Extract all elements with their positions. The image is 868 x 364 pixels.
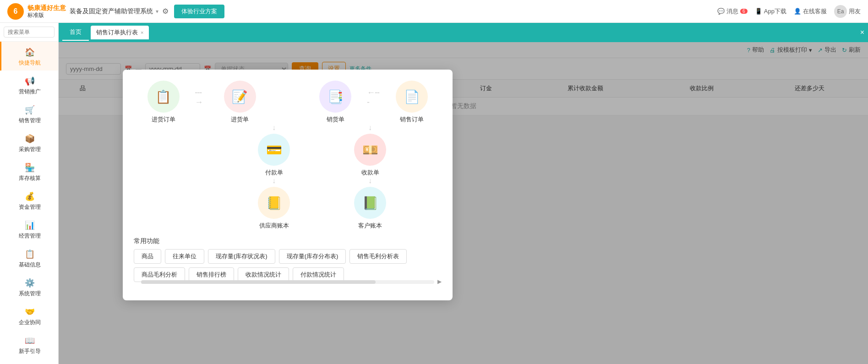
sidebar-label-purchase: 采购管理 [19, 146, 41, 153]
sidebar-label-operations: 经营管理 [19, 232, 41, 240]
customer-account-label: 客户账本 [358, 222, 382, 230]
sidebar-icon-enterprise: 🤝 [25, 307, 35, 317]
sidebar-item-marketing[interactable]: 📢营销推广 [0, 71, 58, 99]
arrow-sales: ← - - - [365, 88, 382, 107]
sidebar-search-area [0, 23, 58, 42]
flow-node-purchase-order: 📋 进货订单 [134, 81, 193, 124]
flow-node-receipt-bill: 💴 收款单 [340, 134, 400, 177]
sales-order-icon: 📄 [396, 81, 428, 113]
sidebar-item-basic[interactable]: 📋基础信息 [0, 244, 58, 272]
system-title: 装备及固定资产辅助管理系统 ▾ [70, 7, 158, 16]
sidebar-icon-operations: 📊 [25, 220, 35, 230]
logo-area: 6 畅康通好生意 标准版 [7, 3, 66, 20]
payment-bill-label: 付款单 [265, 168, 283, 177]
sidebar-label-system: 系统管理 [19, 290, 41, 298]
sidebar-label-guide: 新手引导 [19, 348, 41, 355]
scroll-right-arrow[interactable]: ▶ [437, 278, 442, 285]
supplier-account-label: 供应商账本 [259, 222, 289, 230]
sidebar-icon-basic: 📋 [25, 249, 35, 259]
sidebar-label-quick-nav: 快捷导航 [19, 59, 41, 67]
tab-item-0[interactable]: 销售订单执行表× [91, 26, 149, 39]
sidebar-icon-system: ⚙️ [25, 278, 35, 288]
sidebar-label-inventory: 库存核算 [19, 174, 41, 182]
purchase-order-icon: 📋 [147, 81, 180, 113]
arrow-purchase: - - - → [193, 88, 210, 107]
message-badge: 6 [740, 9, 748, 14]
common-function-button[interactable]: 往来单位 [165, 249, 204, 264]
tab-close-0[interactable]: × [141, 30, 143, 35]
sidebar-item-operations[interactable]: 📊经营管理 [0, 215, 58, 244]
sidebar-label-basic: 基础信息 [19, 261, 41, 269]
sidebar-icon-purchase: 📦 [25, 134, 35, 144]
receipt-bill-label: 收款单 [361, 168, 379, 177]
sidebar-icon-finance: 💰 [25, 191, 35, 201]
close-all-tabs-button[interactable]: × [860, 28, 864, 37]
customer-account-icon: 📗 [354, 187, 386, 219]
sales-order-label: 销售订单 [400, 115, 424, 124]
sidebar-icon-sales: 🛒 [25, 105, 35, 115]
chevron-down-icon[interactable]: ▾ [156, 8, 158, 15]
service-icon: 👤 [794, 8, 801, 15]
flow-node-supplier-account: 📒 供应商账本 [244, 187, 304, 230]
sidebar-label-marketing: 营销推广 [19, 88, 41, 96]
trial-button[interactable]: 体验行业方案 [174, 5, 224, 18]
sidebar-item-system[interactable]: ⚙️系统管理 [0, 272, 58, 301]
sidebar-icon-marketing: 📢 [25, 76, 35, 86]
message-button[interactable]: 💬 消息 6 [717, 7, 748, 16]
tab-home[interactable]: 首页 [62, 24, 89, 41]
flow-node-payment-bill: 💳 付款单 [244, 134, 304, 177]
sidebar-label-enterprise: 企业协同 [19, 319, 41, 326]
app-download-button[interactable]: 📱 App下载 [755, 7, 786, 16]
sales-bill-icon: 📑 [319, 81, 351, 113]
flow-node-sales-order: 📄 销售订单 [382, 81, 442, 124]
search-input[interactable] [4, 27, 55, 38]
flow-diagram: 📋 进货订单 - - - → 📝 进货单 [134, 81, 442, 230]
payment-bill-icon: 💳 [258, 134, 290, 166]
receipt-bill-icon: 💴 [354, 134, 386, 166]
purchase-bill-icon: 📝 [224, 81, 256, 113]
sidebar-item-enterprise[interactable]: 🤝企业协同 [0, 301, 58, 330]
sidebar-icon-guide: 📖 [25, 336, 35, 346]
supplier-account-icon: 📒 [258, 187, 290, 219]
common-buttons: 商品往来单位现存量(库存状况表)现存量(库存分布表)销售毛利分析表商品毛利分析销… [134, 249, 442, 282]
sidebar-label-sales: 销售管理 [19, 117, 41, 125]
top-right-actions: 💬 消息 6 📱 App下载 👤 在线客服 Ea 用友 [717, 5, 861, 18]
gear-icon[interactable]: ⚙ [162, 7, 169, 16]
purchase-bill-label: 进货单 [231, 115, 249, 124]
sidebar-item-sales[interactable]: 🛒销售管理 [0, 99, 58, 128]
common-function-button[interactable]: 现存量(库存分布表) [279, 249, 346, 264]
page-content: ? 帮助 🖨 按模板打印 ▾ ↗ 导出 ↻ 刷新 [59, 42, 868, 364]
sidebar-item-finance[interactable]: 💰资金管理 [0, 186, 58, 215]
modal-scrollbar[interactable] [141, 280, 434, 284]
sidebar-item-purchase[interactable]: 📦采购管理 [0, 128, 58, 157]
common-function-button[interactable]: 销售毛利分析表 [349, 249, 407, 264]
message-icon: 💬 [717, 8, 725, 15]
scroll-thumb [141, 280, 376, 284]
flow-node-customer-account: 📗 客户账本 [340, 187, 400, 230]
sales-bill-label: 销货单 [327, 115, 344, 124]
common-functions-section: 常用功能 商品往来单位现存量(库存状况表)现存量(库存分布表)销售毛利分析表商品… [134, 237, 442, 282]
sidebar-item-guide[interactable]: 📖新手引导 [0, 330, 58, 359]
flow-node-purchase-bill: 📝 进货单 [210, 81, 269, 124]
modal-box: 📋 进货订单 - - - → 📝 进货单 [123, 70, 453, 300]
sidebar-icon-inventory: 🏪 [25, 163, 35, 173]
flow-node-sales-bill: 📑 销货单 [306, 81, 365, 124]
online-service-button[interactable]: 👤 在线客服 [794, 7, 827, 16]
sidebar: 🏠快捷导航📢营销推广🛒销售管理📦采购管理🏪库存核算💰资金管理📊经营管理📋基础信息… [0, 23, 59, 364]
common-function-button[interactable]: 商品 [134, 249, 161, 264]
sidebar-label-finance: 资金管理 [19, 203, 41, 211]
tab-bar: 首页 销售订单执行表× × [59, 23, 868, 42]
logo-text: 畅康通好生意 标准版 [27, 4, 66, 19]
logo-icon: 6 [7, 3, 24, 20]
sidebar-item-inventory[interactable]: 🏪库存核算 [0, 157, 58, 186]
tab-label-0: 销售订单执行表 [96, 28, 138, 37]
sidebar-item-quick-nav[interactable]: 🏠快捷导航 [0, 42, 58, 71]
purchase-order-label: 进货订单 [152, 115, 175, 124]
user-menu[interactable]: Ea 用友 [834, 5, 861, 18]
avatar: Ea [834, 5, 847, 18]
download-icon: 📱 [755, 8, 762, 15]
modal-overlay[interactable]: 📋 进货订单 - - - → 📝 进货单 [59, 42, 868, 364]
common-functions-title: 常用功能 [134, 237, 442, 245]
sidebar-icon-quick-nav: 🏠 [25, 47, 35, 57]
common-function-button[interactable]: 现存量(库存状况表) [208, 249, 275, 264]
